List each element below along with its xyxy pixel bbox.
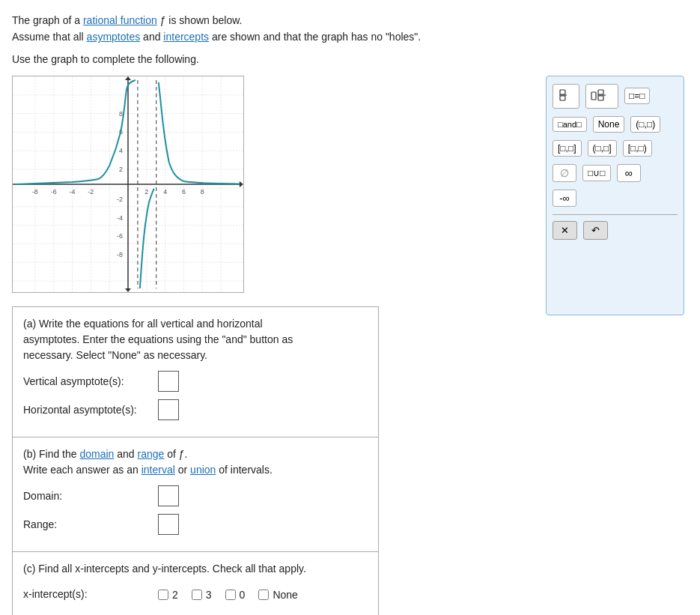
x-checkbox-none[interactable] [258, 590, 269, 600]
main-layout: -8 -6 -4 -2 2 4 6 8 8 6 4 2 -2 -4 -6 -8 [12, 76, 688, 615]
x-option-0[interactable]: 0 [225, 589, 246, 601]
x-checkbox-0[interactable] [225, 590, 236, 600]
range-row: Range: [23, 514, 368, 535]
mixed-fraction-icon [591, 87, 613, 103]
union-icon: □∪□ [588, 168, 606, 178]
y-intercept-row: y-intercept(s): 0 3 2 None [23, 611, 368, 615]
x-option-2[interactable]: 2 [158, 589, 178, 601]
svg-text:4: 4 [163, 188, 167, 196]
and-icon: □and□ [558, 120, 582, 129]
half-open-right-icon: [□,□) [628, 143, 647, 154]
none-button[interactable]: None [593, 116, 625, 133]
svg-rect-49 [591, 92, 596, 100]
vertical-asymptote-label: Vertical asymptote(s): [23, 375, 150, 387]
x-intercept-row: x-intercept(s): 2 3 0 None [23, 584, 368, 604]
intro-line2-prefix: Assume that all [12, 31, 87, 43]
domain-input[interactable] [158, 485, 179, 506]
toolbar-row-4: ∅ □∪□ ∞ [553, 164, 678, 182]
asymptotes-link[interactable]: asymptotes [87, 31, 141, 43]
toolbar-row-3: [□,□] (□,□] [□,□) [553, 140, 678, 157]
domain-row: Domain: [23, 485, 368, 506]
toolbar-row-1: □=□ [553, 84, 678, 109]
and-button[interactable]: □and□ [553, 117, 587, 132]
svg-text:4: 4 [119, 147, 123, 154]
range-input[interactable] [158, 514, 179, 535]
part-c-section: (c) Find all x-intercepts and y-intercep… [13, 552, 378, 615]
svg-rect-48 [560, 96, 565, 100]
x-checkbox-2[interactable] [158, 590, 168, 600]
svg-text:-2: -2 [117, 196, 123, 203]
graph-svg: -8 -6 -4 -2 2 4 6 8 8 6 4 2 -2 -4 -6 -8 [13, 76, 243, 292]
horizontal-asymptote-input[interactable] [158, 399, 179, 420]
vertical-asymptote-row: Vertical asymptote(s): [23, 371, 368, 392]
infinity-icon: ∞ [625, 167, 633, 179]
vertical-asymptote-input[interactable] [158, 371, 179, 392]
half-open-left-icon: (□,□] [593, 143, 612, 154]
equation-icon: □=□ [629, 91, 645, 101]
intro-line2-suffix: are shown and that the graph has no "hol… [209, 31, 421, 43]
questions-box: (a) Write the equations for all vertical… [12, 306, 379, 615]
union-button[interactable]: □∪□ [582, 165, 611, 181]
neg-infinity-button[interactable]: -∞ [553, 190, 576, 207]
open-interval-button[interactable]: (□,□) [630, 116, 660, 133]
left-panel: -8 -6 -4 -2 2 4 6 8 8 6 4 2 -2 -4 -6 -8 [12, 76, 531, 615]
union-link[interactable]: union [190, 464, 216, 476]
undo-icon: ↶ [591, 225, 600, 236]
mixed-fraction-button[interactable] [585, 84, 618, 109]
half-open-right-button[interactable]: [□,□) [623, 140, 652, 157]
domain-link[interactable]: domain [79, 448, 114, 460]
svg-rect-46 [560, 90, 565, 94]
bottom-toolbar: ✕ ↶ [553, 221, 678, 240]
rational-function-link[interactable]: rational function [83, 14, 157, 26]
svg-rect-52 [598, 96, 603, 100]
x-option-3[interactable]: 3 [192, 589, 212, 601]
svg-text:6: 6 [182, 188, 186, 196]
infinity-button[interactable]: ∞ [617, 164, 641, 182]
none-label: None [598, 119, 620, 130]
graph-container: -8 -6 -4 -2 2 4 6 8 8 6 4 2 -2 -4 -6 -8 [12, 76, 244, 293]
closed-interval-icon: [□,□] [558, 143, 576, 154]
horizontal-asymptote-label: Horizontal asymptote(s): [23, 404, 150, 416]
part-a-section: (a) Write the equations for all vertical… [13, 307, 378, 437]
equation-button[interactable]: □=□ [624, 88, 650, 104]
part-a-label: (a) Write the equations for all vertical… [23, 316, 368, 363]
svg-rect-50 [598, 90, 603, 94]
empty-set-button[interactable]: ∅ [553, 164, 576, 182]
intercepts-link[interactable]: intercepts [163, 31, 209, 43]
use-graph-instruction: Use the graph to complete the following. [12, 53, 688, 65]
toolbar-row-5: -∞ [553, 190, 678, 207]
clear-icon: ✕ [561, 225, 569, 236]
svg-text:-4: -4 [117, 213, 123, 221]
x-option-none[interactable]: None [258, 589, 297, 601]
interval-link[interactable]: interval [141, 464, 175, 476]
svg-text:-4: -4 [70, 188, 76, 196]
horizontal-asymptote-row: Horizontal asymptote(s): [23, 399, 368, 420]
svg-text:8: 8 [201, 188, 204, 196]
part-b-label: (b) Find the domain and range of ƒ. Writ… [23, 446, 368, 478]
svg-text:8: 8 [119, 109, 123, 117]
domain-label: Domain: [23, 490, 150, 502]
clear-button[interactable]: ✕ [553, 221, 577, 240]
undo-button[interactable]: ↶ [583, 221, 608, 240]
x-intercept-label: x-intercept(s): [23, 588, 150, 600]
svg-text:-2: -2 [88, 188, 94, 196]
closed-interval-button[interactable]: [□,□] [553, 140, 582, 157]
part-b-section: (b) Find the domain and range of ƒ. Writ… [13, 437, 378, 552]
range-link[interactable]: range [138, 448, 165, 460]
intro-line1-suffix: ƒ is shown below. [157, 14, 243, 26]
neg-infinity-icon: -∞ [559, 193, 570, 204]
x-intercept-options: 2 3 0 None [158, 589, 298, 601]
x-checkbox-3[interactable] [192, 590, 202, 600]
svg-text:-8: -8 [32, 188, 38, 196]
svg-text:-6: -6 [117, 232, 123, 240]
open-interval-icon: (□,□) [636, 119, 655, 130]
intro-line2-and: and [140, 31, 163, 43]
svg-text:2: 2 [144, 188, 148, 196]
fraction-button[interactable] [553, 84, 579, 109]
svg-text:-8: -8 [117, 251, 123, 258]
part-c-label: (c) Find all x-intercepts and y-intercep… [23, 561, 368, 577]
svg-text:-6: -6 [51, 188, 57, 196]
half-open-left-button[interactable]: (□,□] [588, 140, 617, 157]
fraction-icon [558, 87, 574, 103]
toolbar-row-2: □and□ None (□,□) [553, 116, 678, 133]
